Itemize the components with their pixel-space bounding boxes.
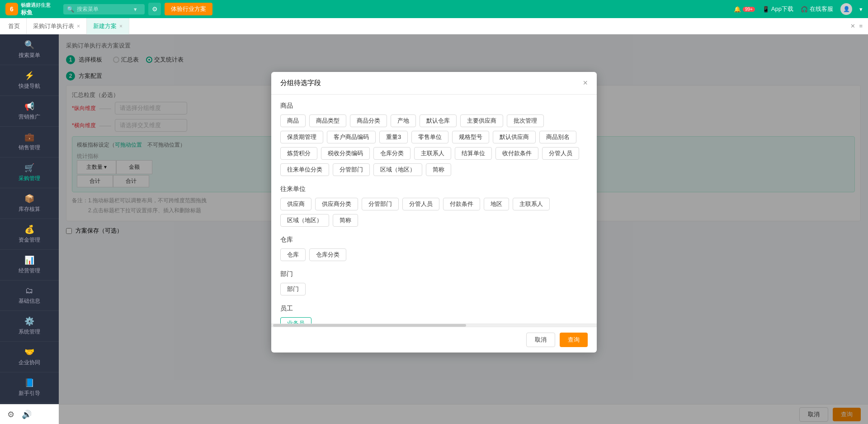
field-tag-weight3[interactable]: 重量3 [379, 131, 408, 143]
tab-menu[interactable]: ≡ [859, 23, 863, 29]
modal-body: 商品 商品 商品类型 商品分类 产地 默认仓库 主要供应商 批次管理 保质期管理… [271, 95, 597, 324]
field-tag-spec-model[interactable]: 规格型号 [452, 131, 489, 143]
section-employee-title: 员工 [280, 305, 588, 313]
sidebar-item-operation[interactable]: 📊 经营管理 [0, 250, 59, 281]
section-partner: 往来单位 供应商 供应商分类 分管部门 分管人员 付款条件 地区 主联系人 区域… [280, 185, 588, 227]
gear-button[interactable]: ⚙ [148, 3, 161, 15]
field-tag-settlement-unit[interactable]: 结算单位 [455, 147, 492, 160]
field-tag-main-contact2[interactable]: 主联系人 [513, 198, 550, 210]
field-tag-goods[interactable]: 商品 [280, 114, 306, 127]
field-tag-area[interactable]: 地区 [484, 198, 509, 210]
field-tag-retail-unit[interactable]: 零售单位 [411, 131, 448, 143]
tab-new-plan-label: 新建方案 [93, 22, 117, 30]
online-service-label: 在线客服 [810, 5, 833, 13]
sidebar-item-sales[interactable]: 💼 销售管理 [0, 127, 59, 157]
field-tag-abbr[interactable]: 简称 [426, 163, 451, 176]
field-tag-payment-condition[interactable]: 付款条件 [443, 198, 480, 210]
tab-purchase-order-close[interactable]: × [77, 23, 80, 29]
search-icon: 🔍 [67, 6, 74, 13]
search-input[interactable] [77, 6, 131, 12]
modal-header: 分组待选字段 × [271, 72, 597, 95]
notification-item[interactable]: 🔔 99+ [734, 6, 755, 13]
field-tag-main-supplier[interactable]: 主要供应商 [460, 114, 503, 127]
section-warehouse: 仓库 仓库 仓库分类 [280, 236, 588, 261]
field-tag-main-contact[interactable]: 主联系人 [414, 147, 451, 160]
field-tag-manager[interactable]: 分管人员 [542, 147, 579, 160]
tab-new-plan[interactable]: 新建方案 × [87, 18, 129, 34]
folder-icon: 🗂 [25, 286, 33, 295]
field-tag-abbr2[interactable]: 简称 [333, 214, 358, 227]
field-tag-person-in-charge[interactable]: 分管人员 [402, 198, 439, 210]
cancel-button[interactable]: 取消 [526, 333, 555, 347]
sidebar-sales-label: 销售管理 [19, 144, 40, 152]
logo: 6 畅赚遇好生意 标鱼 [5, 2, 60, 17]
sidebar-item-marketing[interactable]: 📢 营销推广 [0, 96, 59, 127]
field-tag-default-supplier[interactable]: 默认供应商 [493, 131, 536, 143]
headset-icon: 🎧 [801, 6, 808, 13]
bell-icon: 🔔 [734, 6, 741, 13]
field-tag-expiry-mgmt[interactable]: 保质期管理 [280, 131, 323, 143]
experience-button[interactable]: 体验行业方案 [165, 3, 212, 15]
sidebar-item-system[interactable]: ⚙️ 系统管理 [0, 311, 59, 342]
sidebar-item-shortcut[interactable]: ⚡ 快捷导航 [0, 65, 59, 96]
megaphone-icon: 📢 [24, 101, 34, 111]
field-tag-dept[interactable]: 分管部门 [362, 198, 399, 210]
mobile-icon: 📱 [762, 6, 769, 13]
field-tag-goods-type[interactable]: 商品类型 [309, 114, 346, 127]
top-nav: 6 畅赚遇好生意 标鱼 🔍 ▾ ⚙ 体验行业方案 🔔 99+ 📱 App下载 🎧… [0, 0, 868, 18]
field-tag-department[interactable]: 部门 [280, 283, 306, 295]
field-tag-partner-category[interactable]: 往来单位分类 [280, 163, 329, 176]
sidebar-item-purchase[interactable]: 🛒 采购管理 [0, 157, 59, 188]
tab-new-plan-close[interactable]: × [119, 23, 123, 29]
avatar[interactable]: 👤 [840, 3, 852, 15]
sidebar-operation-label: 经营管理 [19, 267, 40, 275]
search-box[interactable]: 🔍 ▾ [63, 4, 145, 14]
field-tag-warehouse[interactable]: 仓库 [280, 248, 306, 261]
field-tag-supplier-category[interactable]: 供应商分类 [315, 198, 358, 210]
online-service-item[interactable]: 🎧 在线客服 [801, 5, 833, 13]
sidebar-basic-info-label: 基础信息 [19, 297, 40, 305]
sidebar-item-collab[interactable]: 🤝 企业协同 [0, 342, 59, 372]
sidebar-item-search[interactable]: 🔍 搜索菜单 [0, 34, 59, 65]
modal-hscroll[interactable] [271, 324, 597, 327]
tagline: 畅赚遇好生意 [21, 2, 51, 9]
field-tag-warehouse-cat[interactable]: 仓库分类 [309, 248, 346, 261]
section-dept-title: 部门 [280, 270, 588, 278]
field-tag-salesperson[interactable]: 业务员 [280, 317, 311, 324]
field-tag-dept-in-charge[interactable]: 分管部门 [333, 163, 370, 176]
field-select-modal: 分组待选字段 × 商品 商品 商品类型 商品分类 产地 默认仓库 主要供应商 批… [271, 72, 597, 353]
field-tag-default-warehouse[interactable]: 默认仓库 [420, 114, 457, 127]
field-tag-region[interactable]: 区域（地区） [373, 163, 422, 176]
notification-badge: 99+ [743, 7, 755, 12]
warehouse-field-tags: 仓库 仓库分类 [280, 248, 588, 261]
field-tag-customer-code[interactable]: 客户商品编码 [327, 131, 376, 143]
field-tag-goods-category[interactable]: 商品分类 [350, 114, 387, 127]
sidebar-item-basic-info[interactable]: 🗂 基础信息 [0, 281, 59, 311]
sidebar-item-guide[interactable]: 📘 新手引导 [0, 372, 59, 403]
app-download-item[interactable]: 📱 App下载 [762, 5, 793, 13]
field-tag-warehouse-category[interactable]: 仓库分类 [373, 147, 410, 160]
field-tag-supplier[interactable]: 供应商 [280, 198, 311, 210]
section-dept: 部门 部门 [280, 270, 588, 295]
section-employee: 员工 业务员 [280, 305, 588, 324]
confirm-button[interactable]: 查询 [560, 333, 588, 347]
modal-close-button[interactable]: × [583, 78, 588, 88]
employee-field-tags: 业务员 [280, 317, 588, 324]
bottom-settings-icon[interactable]: ⚙ [7, 410, 14, 419]
tab-purchase-order[interactable]: 采购订单执行表 × [27, 18, 87, 34]
sidebar-item-finance[interactable]: 💰 资金管理 [0, 219, 59, 250]
tab-close-all[interactable]: ✕ [850, 23, 855, 29]
field-tag-payment-terms[interactable]: 收付款条件 [495, 147, 538, 160]
bottom-audio-icon[interactable]: 🔊 [22, 410, 32, 419]
field-tag-region2[interactable]: 区域（地区） [280, 214, 329, 227]
field-tag-tax-code[interactable]: 税收分类编码 [321, 147, 370, 160]
tab-home[interactable]: 首页 [2, 18, 27, 34]
field-tag-batch-mgmt[interactable]: 批次管理 [507, 114, 544, 127]
field-tag-goods-alias[interactable]: 商品别名 [539, 131, 576, 143]
field-tag-origin[interactable]: 产地 [391, 114, 416, 127]
modal-footer: 取消 查询 [271, 327, 597, 353]
logo-icon: 6 [5, 3, 18, 15]
sidebar-item-inventory[interactable]: 📦 库存核算 [0, 188, 59, 219]
field-tag-melt-points[interactable]: 炼货积分 [280, 147, 317, 160]
dropdown-icon: ▾ [134, 6, 137, 13]
